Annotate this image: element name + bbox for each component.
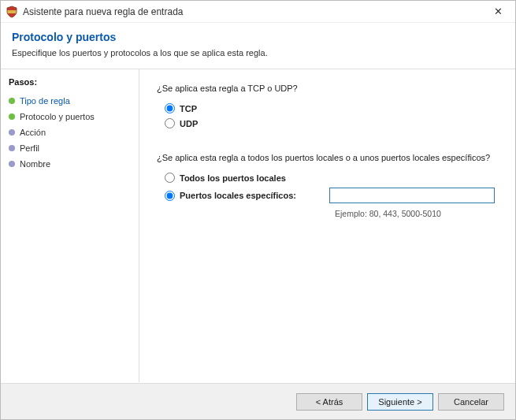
radio-all-ports-label: Todos los puertos locales <box>180 173 286 183</box>
step-accion[interactable]: Acción <box>9 125 131 140</box>
ports-example-label: Ejemplo: 80, 443, 5000-5010 <box>335 209 498 218</box>
step-perfil[interactable]: Perfil <box>9 140 131 156</box>
radio-row-specific-ports[interactable]: Puertos locales específicos: <box>165 185 498 206</box>
step-label: Acción <box>20 128 46 137</box>
radio-row-all-ports[interactable]: Todos los puertos locales <box>165 170 498 185</box>
step-bullet-icon <box>9 161 15 167</box>
back-button[interactable]: < Atrás <box>296 393 362 411</box>
protocol-radio-group: TCP UDP <box>165 101 498 131</box>
radio-specific-ports[interactable] <box>165 191 175 201</box>
main-panel: ¿Se aplica esta regla a TCP o UDP? TCP U… <box>139 69 515 382</box>
step-label: Perfil <box>20 143 39 153</box>
step-label: Nombre <box>20 159 50 169</box>
page-subtitle: Especifique los puertos y protocolos a l… <box>12 48 504 58</box>
radio-tcp-label: TCP <box>180 104 197 113</box>
specific-ports-input[interactable] <box>329 188 495 203</box>
step-bullet-icon <box>9 129 15 136</box>
protocol-question: ¿Se aplica esta regla a TCP o UDP? <box>157 84 498 93</box>
wizard-body: Pasos: Tipo de regla Protocolo y puertos… <box>1 69 515 382</box>
cancel-button[interactable]: Cancelar <box>438 393 504 411</box>
step-label: Tipo de regla <box>20 96 70 106</box>
step-nombre[interactable]: Nombre <box>9 156 131 172</box>
firewall-shield-icon <box>6 6 18 18</box>
step-tipo-de-regla[interactable]: Tipo de regla <box>9 93 131 109</box>
step-bullet-icon <box>9 98 15 104</box>
steps-list: Tipo de regla Protocolo y puertos Acción… <box>9 93 131 172</box>
wizard-header: Protocolo y puertos Especifique los puer… <box>1 23 515 69</box>
ports-radio-group: Todos los puertos locales Puertos locale… <box>165 170 498 218</box>
radio-specific-ports-label: Puertos locales específicos: <box>180 191 314 200</box>
radio-udp[interactable] <box>165 118 175 128</box>
svg-rect-0 <box>7 10 17 13</box>
steps-title: Pasos: <box>9 77 131 87</box>
radio-row-tcp[interactable]: TCP <box>165 101 498 116</box>
radio-all-ports[interactable] <box>165 173 175 183</box>
close-icon[interactable]: ✕ <box>486 4 510 19</box>
radio-tcp[interactable] <box>165 103 175 113</box>
wizard-footer: < Atrás Siguiente > Cancelar <box>1 383 515 419</box>
radio-udp-label: UDP <box>180 119 198 128</box>
radio-row-udp[interactable]: UDP <box>165 116 498 131</box>
titlebar: Asistente para nueva regla de entrada ✕ <box>1 1 515 23</box>
step-bullet-icon <box>9 145 15 151</box>
step-label: Protocolo y puertos <box>20 112 95 121</box>
step-bullet-icon <box>9 113 15 120</box>
page-title: Protocolo y puertos <box>12 31 504 43</box>
steps-sidebar: Pasos: Tipo de regla Protocolo y puertos… <box>1 69 139 382</box>
next-button[interactable]: Siguiente > <box>367 393 433 411</box>
step-protocolo-y-puertos[interactable]: Protocolo y puertos <box>9 109 131 125</box>
window-title: Asistente para nueva regla de entrada <box>23 6 486 17</box>
ports-question: ¿Se aplica esta regla a todos los puerto… <box>157 153 498 162</box>
